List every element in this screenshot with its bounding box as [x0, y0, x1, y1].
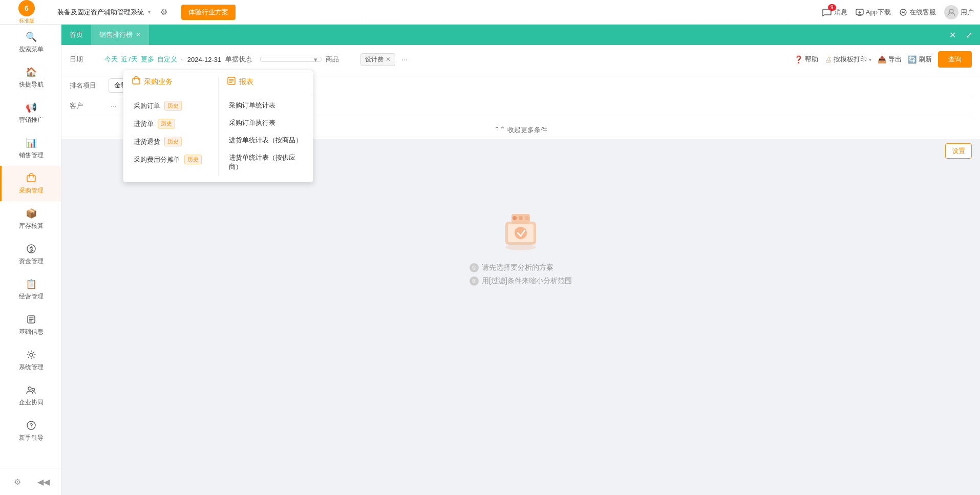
- svg-rect-23: [133, 78, 140, 84]
- tab-sales-rank-label: 销售排行榜: [99, 30, 133, 39]
- date-more[interactable]: 更多: [141, 55, 154, 64]
- sidebar-item-purchase[interactable]: 采购管理: [0, 166, 61, 201]
- industry-btn[interactable]: 体验行业方案: [181, 5, 236, 20]
- tip-text-1: 请先选择要分析的方案: [482, 263, 553, 272]
- system-dropdown-arrow[interactable]: ▾: [148, 9, 151, 15]
- help-icon: ❓: [794, 55, 803, 63]
- print-dropdown[interactable]: ▾: [869, 57, 871, 62]
- message-btn[interactable]: 9 消息: [822, 7, 847, 17]
- system-title: 装备及固定资产辅助管理系统: [57, 8, 144, 17]
- dropdown-item-purchase-cost[interactable]: 采购费用分摊单 历史: [132, 150, 210, 168]
- purchase-col-icon: [132, 76, 141, 88]
- finance-icon: [25, 243, 37, 255]
- logo-area: 6 标准版: [6, 0, 47, 25]
- sidebar-label-finance: 资金管理: [19, 257, 44, 266]
- export-btn[interactable]: 📤 导出: [878, 55, 902, 64]
- empty-state: ① 请先选择要分析的方案 ② 用[过滤]条件来缩小分析范围: [61, 163, 980, 327]
- tab-sales-rank[interactable]: 销售排行榜 ✕: [91, 25, 149, 45]
- svg-text:6: 6: [25, 4, 29, 12]
- svg-point-22: [525, 216, 529, 220]
- report-col-icon: [227, 76, 236, 88]
- rank-label: 排名项目: [70, 81, 100, 90]
- sidebar-item-sales[interactable]: 📊 销售管理: [0, 131, 61, 166]
- svg-point-4: [902, 11, 903, 12]
- system-icon: [25, 349, 37, 361]
- dropdown-item-purchase-order-stat[interactable]: 采购订单统计表: [227, 97, 305, 114]
- sidebar-item-search[interactable]: 🔍 搜索菜单: [0, 25, 61, 60]
- settings-row-btn[interactable]: 设置: [945, 143, 972, 159]
- date-custom[interactable]: 自定义: [157, 55, 177, 64]
- goods-filter-dots[interactable]: ···: [401, 55, 408, 63]
- date-today[interactable]: 今天: [104, 55, 118, 64]
- stock-stat-goods-label: 进货单统计表（按商品）: [229, 136, 302, 145]
- dropdown-item-purchase-order[interactable]: 采购订单 历史: [132, 97, 210, 115]
- sidebar-label-basic: 基础信息: [19, 328, 44, 336]
- print-btn[interactable]: 🖨 按模板打印 ▾: [824, 55, 871, 64]
- online-service-label: 在线客服: [909, 8, 936, 17]
- purchase-cost-label: 采购费用分摊单: [134, 155, 180, 164]
- tab-home[interactable]: 首页: [61, 25, 91, 45]
- app-download-btn[interactable]: App下载: [856, 8, 891, 17]
- sidebar-item-guide[interactable]: ? 新手引导: [0, 413, 61, 448]
- sidebar-label-marketing: 营销推广: [19, 116, 44, 124]
- sidebar-item-marketing[interactable]: 📢 营销推广: [0, 95, 61, 131]
- svg-point-21: [519, 216, 523, 220]
- purchase-cost-history: 历史: [184, 155, 202, 164]
- tab-home-label: 首页: [70, 30, 83, 39]
- svg-point-10: [30, 353, 33, 356]
- tab-close-all-icon[interactable]: ✕: [945, 28, 960, 42]
- collapse-label: 收起更多条件: [507, 125, 547, 135]
- date-separator: ~: [180, 56, 184, 63]
- dropdown-item-purchase-order-exec[interactable]: 采购订单执行表: [227, 114, 305, 132]
- sidebar-settings-icon[interactable]: ⚙: [10, 475, 25, 489]
- sidebar-label-search: 搜索菜单: [19, 45, 44, 54]
- sidebar-label-enterprise: 企业协同: [19, 398, 44, 407]
- query-btn[interactable]: 查询: [938, 51, 972, 68]
- refresh-label: 刷新: [919, 55, 932, 64]
- dropdown-item-stock-return[interactable]: 进货退货 历史: [132, 133, 210, 150]
- purchase-order-stat-label: 采购订单统计表: [229, 101, 275, 110]
- content-area: 首页 销售排行榜 ✕ ✕ ⤢ 日期 今天 近7天 更多: [61, 25, 980, 495]
- purchase-dropdown-menu: 采购业务 采购订单 历史 进货单 历史 进货退货 历史 采购费用分摊单 历史: [123, 70, 313, 182]
- search-icon: 🔍: [25, 31, 37, 43]
- sales-icon: 📊: [25, 137, 37, 149]
- svg-text:?: ?: [30, 422, 33, 428]
- date-label: 日期: [70, 55, 100, 64]
- sidebar-item-finance[interactable]: 资金管理: [0, 236, 61, 272]
- operation-icon: 📋: [25, 278, 37, 290]
- svg-point-18: [515, 227, 527, 239]
- svg-point-11: [28, 387, 31, 390]
- sidebar-item-system[interactable]: 系统管理: [0, 342, 61, 378]
- dropdown-item-stock-stat-goods[interactable]: 进货单统计表（按商品）: [227, 132, 305, 149]
- home-icon: 🏠: [25, 66, 37, 78]
- user-avatar: [944, 5, 958, 19]
- online-service-btn[interactable]: 在线客服: [899, 8, 936, 17]
- svg-point-15: [505, 244, 536, 250]
- dropdown-item-stock-stat-supplier[interactable]: 进货单统计表（按供应商）: [227, 149, 305, 176]
- tab-close-icon[interactable]: ✕: [136, 31, 141, 38]
- sidebar-item-inventory[interactable]: 📦 库存核算: [0, 201, 61, 236]
- empty-tips: ① 请先选择要分析的方案 ② 用[过滤]条件来缩小分析范围: [470, 263, 572, 286]
- help-btn[interactable]: ❓ 帮助: [794, 55, 818, 64]
- sidebar-item-quick[interactable]: 🏠 快捷导航: [0, 60, 61, 95]
- print-icon: 🖨: [824, 55, 832, 63]
- settings-icon[interactable]: ⚙: [157, 5, 171, 19]
- dropdown-item-stock-in[interactable]: 进货单 历史: [132, 115, 210, 133]
- customer-dots[interactable]: ···: [111, 102, 117, 110]
- sidebar-item-enterprise[interactable]: 企业协同: [0, 378, 61, 413]
- tip-num-2: ②: [470, 276, 479, 286]
- tab-maximize-icon[interactable]: ⤢: [962, 28, 976, 42]
- sidebar-item-operation[interactable]: 📋 经营管理: [0, 272, 61, 307]
- user-btn[interactable]: 用户: [944, 5, 974, 19]
- refresh-btn[interactable]: 🔄 刷新: [908, 55, 932, 64]
- date-7days[interactable]: 近7天: [121, 55, 138, 64]
- goods-filter-tag: 设计费 ✕: [360, 53, 395, 66]
- goods-tag-close[interactable]: ✕: [386, 56, 391, 63]
- empty-illustration: [495, 204, 546, 255]
- voucher-status-select[interactable]: ▾: [260, 57, 322, 62]
- sidebar-item-basic[interactable]: 基础信息: [0, 307, 61, 342]
- stock-in-history: 历史: [158, 119, 175, 128]
- sidebar-collapse-icon[interactable]: ◀◀: [36, 475, 51, 489]
- export-label: 导出: [888, 55, 902, 64]
- svg-point-5: [904, 11, 905, 12]
